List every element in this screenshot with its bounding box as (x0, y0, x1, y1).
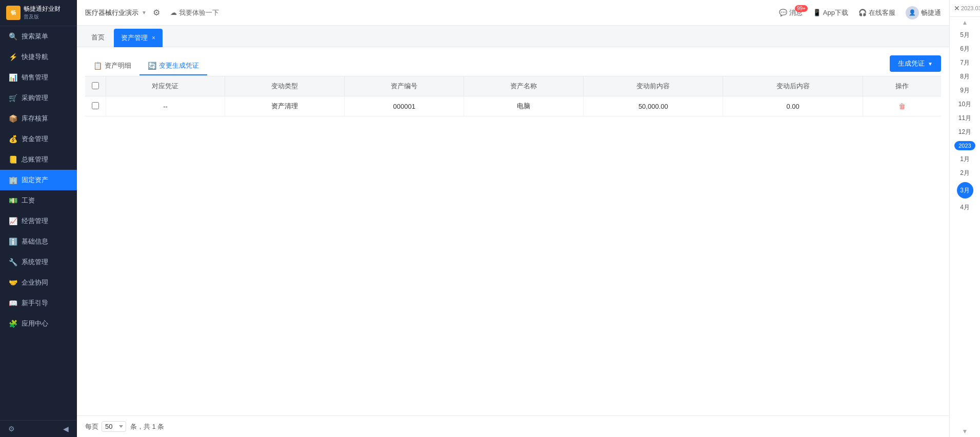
col-change-type: 变动类型 (225, 76, 345, 96)
sidebar-item-ledger[interactable]: 📒 总账管理 (0, 149, 77, 170)
select-all-checkbox[interactable] (92, 82, 99, 89)
sidebar-label-fixed-assets: 固定资产 (22, 175, 48, 185)
sidebar-label-funds: 资金管理 (22, 134, 48, 144)
calendar-nav-up[interactable]: ▲ (950, 17, 980, 28)
customer-service-label: 在线客服 (869, 8, 895, 17)
guide-icon: 📖 (8, 299, 17, 308)
cell-after: 0.00 (723, 96, 863, 116)
per-page-select[interactable]: 50 10 20 100 (102, 421, 126, 432)
sidebar-item-sales[interactable]: 📊 销售管理 (0, 67, 77, 88)
cal-month-12[interactable]: 12月 (950, 125, 980, 139)
customer-service-button[interactable]: 🎧 在线客服 (858, 8, 895, 17)
subtab-change-voucher[interactable]: 🔄 变更生成凭证 (139, 57, 207, 75)
cell-voucher: -- (106, 96, 225, 116)
sidebar-label-search: 搜索菜单 (22, 32, 48, 41)
tab-close-icon[interactable]: × (152, 34, 155, 42)
cal-month-2[interactable]: 2月 (950, 166, 980, 180)
topbar-right: 💬 消息 99+ 📱 App下载 🎧 在线客服 👤 畅捷通 (779, 6, 941, 19)
headset-icon: 🎧 (858, 9, 867, 16)
sidebar-item-search[interactable]: 🔍 搜索菜单 (0, 26, 77, 47)
cal-month-11[interactable]: 11月 (950, 111, 980, 125)
cal-month-3-active[interactable]: 3月 (957, 182, 973, 198)
subtab-asset-detail[interactable]: 📋 资产明细 (85, 57, 139, 75)
company-selector[interactable]: 医疗器械行业演示 ▼ (85, 8, 147, 17)
col-after: 变动后内容 (723, 76, 863, 96)
sidebar-item-payroll[interactable]: 💵 工资 (0, 190, 77, 211)
dropdown-arrow-icon: ▼ (142, 10, 147, 15)
settings-icon[interactable]: ⚙ (8, 425, 15, 433)
user-label: 畅捷通 (921, 8, 941, 17)
sidebar-label-ledger: 总账管理 (22, 155, 48, 164)
tab-home[interactable]: 首页 (85, 30, 111, 46)
tab-home-label: 首页 (91, 33, 105, 41)
box-icon: 📦 (8, 114, 17, 123)
sidebar-item-funds[interactable]: 💰 资金管理 (0, 129, 77, 149)
messages-button[interactable]: 💬 消息 99+ (779, 8, 803, 17)
wrench-icon: 🔧 (8, 257, 17, 267)
sidebar-item-fixed-assets[interactable]: 🏢 固定资产 (0, 170, 77, 190)
app-icon: 🧩 (8, 319, 17, 328)
user-menu[interactable]: 👤 畅捷通 (906, 6, 941, 19)
lightning-icon: ⚡ (8, 52, 17, 62)
table-row: -- 资产清理 000001 电脑 50,000.00 0.00 🗑 (85, 96, 941, 116)
avatar: 👤 (906, 6, 919, 19)
app-download-button[interactable]: 📱 App下载 (813, 8, 848, 17)
sidebar-item-enterprise[interactable]: 🤝 企业协同 (0, 272, 77, 293)
pagination: 每页 50 10 20 100 条，共 1 条 (77, 415, 949, 437)
sidebar-label-quick-nav: 快捷导航 (22, 52, 48, 62)
sidebar-item-app-center[interactable]: 🧩 应用中心 (0, 313, 77, 334)
sidebar-item-basic-info[interactable]: ℹ️ 基础信息 (0, 231, 77, 252)
cal-month-7[interactable]: 7月 (950, 56, 980, 70)
delete-icon[interactable]: 🗑 (898, 102, 906, 110)
sidebar-item-inventory[interactable]: 📦 库存核算 (0, 108, 77, 129)
app-download-label: App下载 (823, 8, 848, 17)
sidebar-label-payroll: 工资 (22, 196, 35, 205)
generate-voucher-label: 生成凭证 (898, 59, 925, 68)
list-icon: 📋 (93, 62, 102, 70)
sidebar-label-enterprise: 企业协同 (22, 278, 48, 287)
generate-voucher-button[interactable]: 生成凭证 ▼ (890, 55, 941, 72)
logo-icon: 畅 (6, 6, 21, 20)
tab-asset-management[interactable]: 资产管理 × (114, 29, 163, 47)
cycle-icon: 🔄 (148, 62, 156, 70)
cart-icon: 🛒 (8, 93, 17, 103)
sidebar-item-operations[interactable]: 📈 经营管理 (0, 211, 77, 231)
col-action: 操作 (863, 76, 941, 96)
sidebar-label-operations: 经营管理 (22, 216, 48, 226)
cal-month-4[interactable]: 4月 (950, 201, 980, 214)
right-panel-title: 2023.03 (961, 5, 980, 11)
payroll-icon: 💵 (8, 196, 17, 205)
collapse-icon[interactable]: ◀ (63, 425, 69, 433)
right-panel: ✕ 2023.03 ⤢ ▲ 5月 6月 7月 8月 9月 10月 11月 12月… (949, 0, 980, 437)
experience-button[interactable]: ☁ 我要体验一下 (170, 8, 219, 17)
sidebar-item-purchase[interactable]: 🛒 采购管理 (0, 88, 77, 108)
chart-icon: 📊 (8, 73, 17, 82)
cal-month-9[interactable]: 9月 (950, 84, 980, 97)
sidebar-item-system[interactable]: 🔧 系统管理 (0, 252, 77, 272)
row-checkbox-cell (85, 96, 106, 116)
trending-icon: 📈 (8, 216, 17, 226)
cloud-icon: ☁ (170, 9, 177, 16)
sidebar-item-guide[interactable]: 📖 新手引导 (0, 293, 77, 313)
calendar-nav-down[interactable]: ▼ (950, 426, 980, 437)
cal-month-5[interactable]: 5月 (950, 28, 980, 42)
row-checkbox[interactable] (92, 102, 99, 109)
cell-asset-name: 电脑 (464, 96, 584, 116)
sub-tabs: 📋 资产明细 🔄 变更生成凭证 (85, 57, 890, 75)
asset-table: 对应凭证 变动类型 资产编号 资产名称 变动前内容 变动后内容 操作 (85, 76, 941, 116)
cal-month-1[interactable]: 1月 (950, 152, 980, 166)
info-icon: ℹ️ (8, 237, 17, 246)
settings-gear-icon[interactable]: ⚙ (153, 8, 160, 17)
cal-month-10[interactable]: 10月 (950, 97, 980, 111)
main-area: 医疗器械行业演示 ▼ ⚙ ☁ 我要体验一下 💬 消息 99+ 📱 App下载 🎧… (77, 0, 949, 437)
cal-year-2023[interactable]: 2023 (954, 141, 975, 150)
messages-badge: 99+ (795, 5, 808, 12)
cal-month-6[interactable]: 6月 (950, 42, 980, 56)
right-panel-close-button[interactable]: ✕ (953, 3, 961, 13)
cell-before: 50,000.00 (584, 96, 723, 116)
logo-sub: 普及版 (24, 13, 61, 21)
sidebar-item-quick-nav[interactable]: ⚡ 快捷导航 (0, 47, 77, 67)
tabs-bar: 首页 资产管理 × (77, 26, 949, 47)
cal-month-8[interactable]: 8月 (950, 70, 980, 84)
message-icon: 💬 (779, 9, 787, 16)
